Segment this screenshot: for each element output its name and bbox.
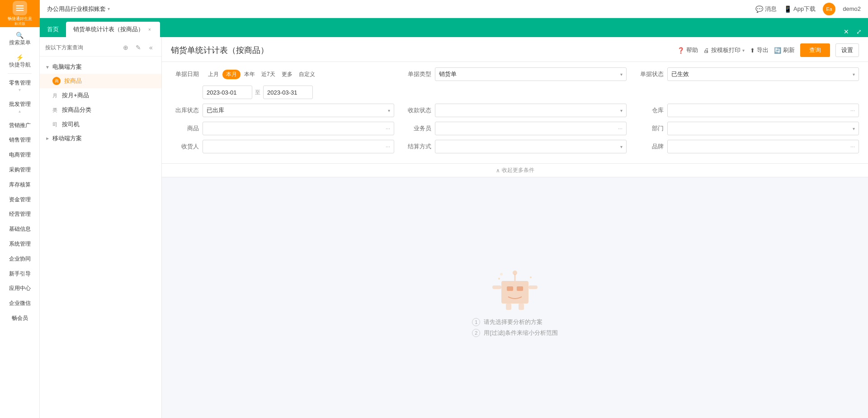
dropdown-arrow-icon: ▾ (108, 6, 110, 11)
user-avatar[interactable]: Ea (823, 3, 835, 15)
sidebar-item-operations[interactable]: 经营管理 (0, 207, 39, 222)
bill-type-filter-cell: 单据类型 销货单 ▾ (403, 67, 627, 81)
product-more-icon: ··· (386, 125, 390, 132)
sidebar-item-basic[interactable]: 基础信息 (0, 222, 39, 237)
tree-parent-mobile[interactable]: ▼ 移动端方案 (40, 132, 161, 145)
close-tab-action[interactable]: ✕ (841, 26, 852, 37)
help-btn[interactable]: ❓ 帮助 (677, 46, 698, 54)
app-download-btn[interactable]: 📱 App下载 (784, 5, 816, 13)
sidebar-item-newuser[interactable]: 新手引导 (0, 266, 39, 281)
user-name[interactable]: demo2 (843, 5, 861, 12)
sidebar-item-label: 新手引导 (9, 270, 31, 278)
filter-row-1: 单据日期 上月 本月 本年 近7天 更多 自定义 (171, 67, 859, 81)
settlement-dropdown[interactable]: ▾ (435, 140, 627, 153)
date-btn-7days[interactable]: 近7天 (259, 70, 278, 79)
refresh-label: 刷新 (783, 46, 795, 54)
print-btn[interactable]: 🖨 按模板打印 ▾ (703, 46, 745, 54)
brand-dropdown[interactable]: ··· (667, 140, 859, 153)
tab-close-btn[interactable]: × (146, 26, 153, 33)
settings-btn[interactable]: 设置 (835, 43, 859, 57)
tree-child-by-driver[interactable]: 司 按司机 (40, 117, 161, 132)
tab-active[interactable]: 销货单统计计表（按商品） × (66, 22, 160, 37)
quick-nav-label: 快捷导航 (0, 61, 39, 69)
sidebar-item-label: 电商管理 (9, 151, 31, 159)
app-logo[interactable]: 畅捷通好生意 标准版 (0, 0, 40, 27)
date-to-input[interactable] (263, 86, 313, 99)
industry-selector[interactable]: 办公用品行业模拟账套 ▾ (47, 5, 110, 13)
tip-num-2: 2 (472, 329, 480, 337)
edit-scheme-btn[interactable]: ✎ (133, 43, 143, 52)
logo-icon (13, 1, 27, 15)
warehouse-label: 仓库 (636, 106, 667, 114)
warehouse-dropdown[interactable]: ··· (667, 104, 859, 117)
scheme-icon-driver: 司 (52, 121, 57, 128)
search-menu-btn[interactable]: 🔍 搜索菜单 (0, 27, 39, 51)
collect-status-arrow-icon: ▾ (620, 108, 623, 113)
sidebar-item-retail[interactable]: 零售管理 ▾ (0, 76, 39, 97)
sidebar-item-wholesale[interactable]: 批发管理 ▴ (0, 97, 39, 118)
brand-cell: 品牌 ··· (636, 140, 859, 153)
product-dropdown[interactable]: ··· (203, 122, 394, 135)
bill-status-value: 已生效 (671, 70, 689, 78)
date-range-separator: 至 (255, 89, 260, 96)
svg-point-10 (530, 276, 532, 278)
out-status-dropdown[interactable]: 已出库 ▾ (203, 104, 394, 117)
tree-child-by-category[interactable]: 类 按商品分类 (40, 103, 161, 117)
date-btn-this-year[interactable]: 本年 (241, 70, 258, 79)
refresh-btn[interactable]: 🔄 刷新 (774, 46, 795, 54)
sidebar-item-label: 资金管理 (9, 196, 31, 204)
sidebar-item-marketing[interactable]: 营销推广 (0, 118, 39, 133)
sidebar-item-label: 销售管理 (9, 136, 31, 144)
sidebar-item-label: 库存核算 (9, 181, 31, 189)
sidebar-item-sales[interactable]: 销售管理 (0, 133, 39, 147)
tree-child-by-product[interactable]: 商 按商品 (40, 74, 161, 88)
bill-type-dropdown[interactable]: 销货单 ▾ (435, 67, 627, 81)
sidebar-item-purchase[interactable]: 采购管理 (0, 162, 39, 177)
collect-status-dropdown[interactable]: ▾ (435, 104, 627, 117)
sidebar-item-system[interactable]: 系统管理 (0, 237, 39, 252)
sidebar-item-apps[interactable]: 应用中心 (0, 281, 39, 296)
date-btn-this-month[interactable]: 本月 (222, 70, 241, 79)
date-btn-last-month[interactable]: 上月 (205, 70, 222, 79)
tab-home[interactable]: 首页 (40, 22, 66, 37)
bill-status-dropdown[interactable]: 已生效 ▾ (667, 67, 859, 81)
tree-parent-pc[interactable]: ▼ 电脑端方案 (40, 60, 161, 74)
dept-dropdown[interactable]: ▾ (667, 122, 859, 135)
receiver-dropdown[interactable]: ··· (203, 140, 394, 153)
export-btn[interactable]: ⬆ 导出 (750, 46, 769, 54)
sidebar-item-enterprise[interactable]: 企业协同 (0, 252, 39, 266)
dept-cell: 部门 ▾ (636, 122, 859, 135)
sidebar-item-label: 采购管理 (9, 166, 31, 174)
print-arrow-icon: ▾ (742, 48, 745, 53)
tree-arrow-icon: ▼ (45, 136, 50, 141)
panel-title: 按以下方案查询 (45, 44, 83, 52)
date-btn-custom[interactable]: 自定义 (296, 70, 318, 79)
sidebar-item-ecommerce[interactable]: 电商管理 (0, 147, 39, 162)
search-menu-label: 搜索菜单 (0, 39, 39, 47)
sidebar-item-wechat[interactable]: 企业微信 (0, 296, 39, 311)
date-from-input[interactable] (203, 86, 252, 99)
download-icon: 📱 (784, 5, 792, 13)
sidebar-item-finance[interactable]: 资金管理 (0, 192, 39, 207)
industry-label: 办公用品行业模拟账套 (47, 5, 106, 13)
receiver-label: 收货人 (171, 142, 203, 151)
tab-bar: 首页 销货单统计计表（按商品） × ✕ ⤢ (40, 18, 868, 37)
sidebar-item-label: 畅会员 (12, 314, 28, 322)
receiver-cell: 收货人 ··· (171, 140, 394, 153)
quick-nav-btn[interactable]: ⚡ 快捷导航 (0, 51, 39, 71)
tree-child-by-month-product[interactable]: 月 按月+商品 (40, 88, 161, 103)
filter-area: 单据日期 上月 本月 本年 近7天 更多 自定义 (162, 62, 868, 164)
sidebar-item-member[interactable]: 畅会员 (0, 311, 39, 326)
collect-status-cell: 收款状态 ▾ (403, 104, 627, 117)
panel-icon-group: ⊕ ✎ « (121, 43, 156, 52)
maximize-tab-action[interactable]: ⤢ (854, 26, 864, 37)
collapse-panel-btn[interactable]: « (146, 43, 156, 52)
sidebar-item-inventory[interactable]: 库存核算 (0, 177, 39, 192)
salesman-dropdown[interactable]: ··· (435, 122, 627, 135)
header-left: 办公用品行业模拟账套 ▾ (47, 5, 110, 13)
query-btn[interactable]: 查询 (800, 43, 830, 57)
date-btn-more[interactable]: 更多 (279, 70, 295, 79)
add-scheme-btn[interactable]: ⊕ (121, 43, 131, 52)
message-btn[interactable]: 💬 消息 (755, 5, 777, 13)
collapse-btn[interactable]: ∧ 收起更多条件 (496, 166, 534, 174)
